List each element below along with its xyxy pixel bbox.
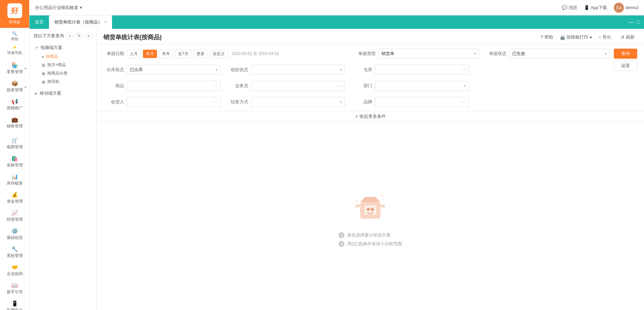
tree-item-by-month-product[interactable]: ▦ 按月+商品: [30, 61, 96, 69]
doc-type-label: 单据类型: [355, 51, 378, 57]
sidebar-item-system[interactable]: 🔧 系统管理: [0, 243, 29, 261]
sidebar-item-marketing[interactable]: 📢 营销推广: [0, 96, 29, 114]
doc-status-select[interactable]: 已生效 ▾: [509, 49, 610, 59]
tab-sales-stats[interactable]: 销货单统计表（按商品） ×: [49, 15, 112, 29]
hint-num-2: 2: [338, 241, 344, 247]
tree-mobile-header[interactable]: ▶ 移动端方案: [30, 89, 96, 98]
sidebar-item-wholesale[interactable]: 📦 批发管理 ▲: [0, 78, 29, 96]
tab-home[interactable]: 首页: [30, 15, 49, 29]
tab-sales-label: 销货单统计表（按商品）: [54, 19, 102, 25]
sidebar-item-enterprise[interactable]: 🤝 企业协同: [0, 261, 29, 279]
last7-btn[interactable]: 近7天: [175, 50, 192, 58]
collapse-panel-btn[interactable]: «: [85, 32, 92, 40]
goods-label: 商品: [103, 83, 127, 89]
edit-icon: ✎: [77, 34, 81, 38]
sidebar-item-tutorial[interactable]: 📖 新手引导: [0, 279, 29, 298]
purchase-label: 采购管理: [7, 162, 23, 168]
refresh-btn[interactable]: ↺ 刷新: [618, 33, 637, 42]
page-header: 销货单统计表(按商品) ? 帮助 🖨️ 按模板打印 ▾ ↑ 导出: [97, 29, 644, 45]
sidebar-logo[interactable]: 好 标准版: [0, 0, 29, 28]
print-btn[interactable]: 🖨️ 按模板打印 ▾: [560, 34, 592, 40]
tree-item-by-driver[interactable]: ▣ 按司机: [30, 78, 96, 86]
sidebar-item-ecommerce[interactable]: 🛒 电商管理: [0, 135, 29, 153]
svg-point-6: [372, 209, 373, 210]
refresh-label: 刷新: [626, 34, 635, 40]
tab-maximize-btn[interactable]: □: [637, 19, 640, 25]
right-panel: 销货单统计表(按商品) ? 帮助 🖨️ 按模板打印 ▾ ↑ 导出: [97, 29, 644, 310]
query-btn[interactable]: 查询: [614, 49, 637, 59]
tab-close-icon[interactable]: ×: [104, 20, 107, 24]
storage-select[interactable]: ···: [375, 65, 469, 75]
settle-select[interactable]: ▾: [251, 97, 345, 107]
tree-item-by-category[interactable]: ▣ 按商品分类: [30, 69, 96, 78]
sidebar-item-sales[interactable]: 💼 销售管理: [0, 114, 29, 132]
sidebar-item-finance[interactable]: 💰 资金管理: [0, 189, 29, 207]
date-filter: 上月 本月 本年 近7天 更多 自定义 2023-03-01 至 2023-03…: [127, 50, 348, 58]
recipient-select[interactable]: ···: [127, 97, 221, 107]
warehouse-label: 出库状态: [103, 67, 127, 73]
dept-select[interactable]: ▾: [375, 81, 469, 91]
doc-status-arrow: ▾: [605, 52, 607, 56]
payment-label: 收款状态: [227, 67, 251, 73]
appstore-label: 应用中心: [7, 307, 23, 310]
tree-desktop-header[interactable]: ▼ 电脑端方案: [30, 43, 96, 52]
sidebar-item-operation[interactable]: 📈 经营管理: [0, 207, 29, 225]
search-label: 帮助: [11, 37, 18, 42]
hint-text-2: 用[过滤]条件来缩小分析范围: [347, 241, 402, 247]
system-label: 系统管理: [7, 253, 23, 259]
refresh-icon: ↺: [621, 35, 625, 40]
doc-type-arrow: ▾: [474, 52, 476, 56]
left-panel-icons: + ✎ «: [66, 32, 92, 40]
help-btn[interactable]: ? 帮助: [538, 33, 556, 42]
basic-icon: ⚙️: [11, 228, 18, 234]
empty-hints: 1 请先选择要分析的方案 2 用[过滤]条件来缩小分析范围: [338, 232, 402, 247]
sidebar-item-retail[interactable]: 🏪 零售管理 ▼: [0, 59, 29, 78]
add-scheme-btn[interactable]: +: [66, 32, 73, 40]
left-panel-header: 按以下方案查询 + ✎ «: [30, 29, 96, 42]
goods-select[interactable]: ···: [127, 81, 221, 91]
this-month-btn[interactable]: 本月: [143, 50, 157, 58]
message-icon: 💬: [562, 5, 567, 10]
logo-icon: 好: [7, 3, 22, 18]
sidebar-item-basic[interactable]: ⚙️ 基础信息: [0, 225, 29, 243]
user-avatar: Ea: [614, 3, 624, 13]
tab-home-label: 首页: [35, 19, 44, 25]
print-arrow: ▾: [590, 35, 592, 40]
export-btn[interactable]: ↑ 导出: [596, 33, 614, 42]
staff-dots: ···: [336, 83, 342, 89]
purchase-icon: 🛍️: [11, 155, 18, 162]
sidebar-item-appstore[interactable]: 📱 应用中心: [0, 298, 29, 310]
this-year-btn[interactable]: 本年: [159, 50, 173, 58]
last-month-btn[interactable]: 上月: [127, 50, 141, 58]
sidebar-item-inventory[interactable]: 📊 库存核算: [0, 171, 29, 189]
more-btn[interactable]: 更多: [194, 50, 208, 58]
filter-row-1: 单据日期 上月 本月 本年 近7天 更多 自定义 2023-03-01 至 20…: [103, 49, 610, 59]
message-btn[interactable]: 💬 消息: [562, 5, 577, 11]
dept-label: 部门: [352, 83, 375, 89]
tree-item-by-product[interactable]: ● 按商品: [30, 52, 96, 61]
dropdown-arrow: ▾: [80, 5, 82, 10]
custom-btn[interactable]: 自定义: [210, 50, 228, 58]
sidebar-quick-nav[interactable]: ⚡ 快捷导航: [7, 43, 22, 57]
industry-selector[interactable]: 办公用品行业模拟账套 ▾: [35, 5, 82, 11]
edit-scheme-btn[interactable]: ✎: [75, 32, 83, 40]
collapse-bar[interactable]: ∧ 收起更多条件: [97, 111, 644, 122]
app-download-btn[interactable]: 📱 App下载: [584, 5, 607, 11]
staff-select[interactable]: ···: [251, 81, 345, 91]
payment-select[interactable]: ▾: [251, 65, 345, 75]
svg-point-10: [383, 199, 384, 200]
set-btn[interactable]: 设置: [614, 61, 637, 71]
marketing-icon: 📢: [11, 98, 18, 105]
enterprise-icon: 🤝: [11, 264, 18, 270]
retail-label: 零售管理: [7, 69, 23, 75]
tree-item-label-1: 按商品: [46, 54, 58, 59]
brand-select[interactable]: ···: [375, 97, 469, 107]
hint-text-1: 请先选择要分析的方案: [347, 232, 391, 238]
warehouse-select[interactable]: 已出库 ▾: [127, 65, 221, 75]
sidebar-item-purchase[interactable]: 🛍️ 采购管理: [0, 153, 29, 171]
doc-status-value: 已生效: [512, 51, 525, 57]
user-menu[interactable]: Ea demo2: [614, 3, 639, 13]
doc-type-select[interactable]: 销货单 ▾: [378, 49, 479, 59]
tab-minimize-btn[interactable]: —: [629, 19, 634, 25]
sidebar-search[interactable]: 🔍 帮助: [11, 28, 18, 43]
